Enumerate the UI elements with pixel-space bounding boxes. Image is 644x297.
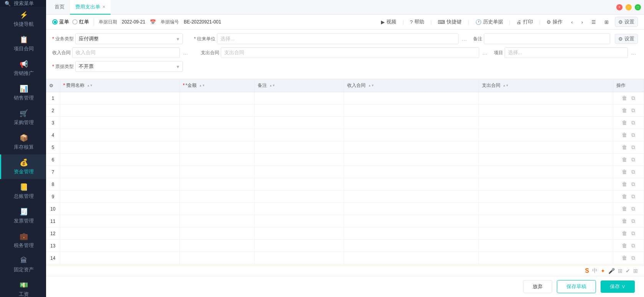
cell-amount[interactable] [179, 117, 254, 129]
delete-icon[interactable]: 🗑 [620, 132, 629, 138]
calendar-icon[interactable]: 📅 [150, 19, 156, 25]
cell-note[interactable] [254, 105, 344, 117]
radio-blue[interactable]: 蓝单 [52, 18, 69, 25]
status-icon-2[interactable]: ✦ [601, 268, 605, 274]
note-input[interactable] [484, 33, 610, 44]
delete-icon[interactable]: 🗑 [620, 156, 629, 163]
cell-expense-contract[interactable] [478, 227, 613, 240]
copy-icon[interactable]: ⧉ [630, 144, 637, 150]
cell-income-contract[interactable] [344, 105, 478, 117]
window-min-btn[interactable]: − [626, 4, 632, 10]
counterparty-more[interactable]: … [460, 36, 469, 42]
window-close-btn[interactable]: × [616, 4, 622, 10]
sidebar-item-ledger[interactable]: 📒 总账管理 [0, 179, 46, 204]
cell-amount[interactable] [179, 215, 254, 227]
cell-expense-name[interactable] [60, 154, 179, 166]
cell-note[interactable] [254, 92, 344, 105]
cell-income-contract[interactable] [344, 240, 478, 252]
sidebar-item-invoice[interactable]: 🧾 发票管理 [0, 204, 46, 228]
project-more[interactable]: … [629, 50, 638, 56]
cell-note[interactable] [254, 141, 344, 154]
view-grid[interactable]: ⊞ [602, 18, 611, 26]
delete-icon[interactable]: 🗑 [620, 230, 629, 236]
cell-income-contract[interactable] [344, 203, 478, 215]
cell-income-contract[interactable] [344, 252, 478, 264]
cell-expense-contract[interactable] [478, 105, 613, 117]
delete-icon[interactable]: 🗑 [620, 255, 629, 261]
cell-note[interactable] [254, 252, 344, 264]
copy-icon[interactable]: ⧉ [630, 255, 637, 261]
cell-income-contract[interactable] [344, 117, 478, 129]
cell-amount[interactable] [179, 105, 254, 117]
tab-expense-close[interactable]: × [103, 4, 105, 10]
sidebar-item-salary[interactable]: 💵 工资 [0, 277, 46, 297]
tab-expense[interactable]: 费用支出单 × [70, 0, 111, 15]
copy-icon[interactable]: ⧉ [630, 132, 637, 138]
counterparty-select[interactable]: 选择... [217, 33, 458, 44]
cell-income-contract[interactable] [344, 166, 478, 178]
window-max-btn[interactable]: □ [635, 4, 641, 10]
cell-expense-name[interactable] [60, 117, 179, 129]
business-type-select[interactable]: 应付调整 ▾ [75, 33, 183, 44]
cell-amount[interactable] [179, 129, 254, 141]
delete-icon[interactable]: 🗑 [620, 119, 629, 126]
cell-expense-contract[interactable] [478, 154, 613, 166]
cell-note[interactable] [254, 215, 344, 227]
cell-amount[interactable] [179, 252, 254, 264]
cell-income-contract[interactable] [344, 141, 478, 154]
cell-expense-contract[interactable] [478, 203, 613, 215]
sidebar-item-capital[interactable]: 💰 资金管理 [0, 154, 46, 179]
cell-income-contract[interactable] [344, 154, 478, 166]
cell-expense-name[interactable] [60, 166, 179, 178]
income-contract-sort[interactable]: ▲▼ [368, 84, 374, 87]
sidebar-search[interactable]: 🔍 搜索菜单 [0, 0, 46, 7]
cell-income-contract[interactable] [344, 227, 478, 240]
cell-amount[interactable] [179, 191, 254, 203]
cell-expense-contract[interactable] [478, 141, 613, 154]
cell-expense-name[interactable] [60, 215, 179, 227]
nav-next[interactable]: › [579, 18, 585, 26]
sidebar-item-quick-nav[interactable]: ⚡ 快捷导航 [0, 7, 46, 32]
copy-icon[interactable]: ⧉ [630, 206, 637, 212]
cell-note[interactable] [254, 117, 344, 129]
copy-icon[interactable]: ⧉ [630, 193, 637, 199]
status-icon-6[interactable]: ⊞ [633, 268, 638, 274]
delete-icon[interactable]: 🗑 [620, 181, 629, 187]
cell-amount[interactable] [179, 203, 254, 215]
cell-income-contract[interactable] [344, 129, 478, 141]
cell-amount[interactable] [179, 240, 254, 252]
cell-expense-name[interactable] [60, 92, 179, 105]
cell-expense-contract[interactable] [478, 240, 613, 252]
cell-note[interactable] [254, 191, 344, 203]
copy-icon[interactable]: ⧉ [630, 169, 637, 175]
sidebar-item-purchase[interactable]: 🛒 采购管理 [0, 105, 46, 130]
cell-amount[interactable] [179, 166, 254, 178]
form-settings-btn[interactable]: ⚙ 设置 [615, 34, 638, 44]
cell-expense-contract[interactable] [478, 117, 613, 129]
copy-icon[interactable]: ⧉ [630, 181, 637, 187]
cell-expense-name[interactable] [60, 240, 179, 252]
cell-amount[interactable] [179, 154, 254, 166]
cell-expense-contract[interactable] [478, 252, 613, 264]
discard-button[interactable]: 放弃 [523, 280, 552, 293]
cell-expense-name[interactable] [60, 105, 179, 117]
status-icon-3[interactable]: 🎤 [608, 268, 615, 274]
cell-expense-contract[interactable] [478, 129, 613, 141]
delete-icon[interactable]: 🗑 [620, 206, 629, 212]
cell-expense-name[interactable] [60, 178, 179, 191]
sidebar-item-project-contract[interactable]: 📋 项目合同 [0, 32, 46, 56]
cell-amount[interactable] [179, 178, 254, 191]
cell-expense-contract[interactable] [478, 215, 613, 227]
sidebar-item-marketing[interactable]: 📢 营销推广 [0, 56, 46, 81]
cell-expense-name[interactable] [60, 191, 179, 203]
status-icon-1[interactable]: 中 [592, 267, 598, 274]
copy-icon[interactable]: ⧉ [630, 95, 637, 101]
copy-icon[interactable]: ⧉ [630, 119, 637, 126]
project-select[interactable]: 选择... [505, 47, 628, 58]
copy-icon[interactable]: ⧉ [630, 218, 637, 224]
sidebar-item-inventory[interactable]: 📦 库存核算 [0, 130, 46, 154]
copy-icon[interactable]: ⧉ [630, 230, 637, 236]
status-icon-4[interactable]: ⊞ [618, 268, 622, 274]
cell-expense-name[interactable] [60, 227, 179, 240]
cell-expense-name[interactable] [60, 129, 179, 141]
